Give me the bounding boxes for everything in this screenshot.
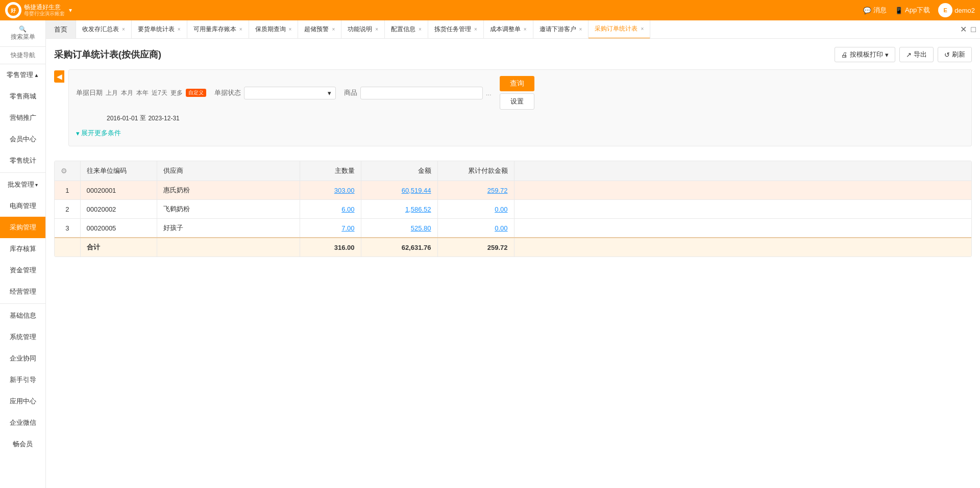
date-shortcut-more[interactable]: 更多 — [170, 89, 183, 97]
sidebar-item-new-guide[interactable]: 新手引导 — [0, 369, 45, 391]
sidebar-item-wholesale-mgmt[interactable]: 批发管理 ▾ — [0, 174, 45, 195]
filter-area: 单据日期 上月 本月 本年 近7天 更多 自定义 — [68, 69, 972, 153]
paid-link-2[interactable]: 0.00 — [495, 224, 507, 232]
tab-overstock-warning[interactable]: 超储预警 × — [298, 20, 341, 39]
expand-conditions-button[interactable]: ▾ 展开更多条件 — [76, 129, 964, 138]
tab-invite-downstream[interactable]: 邀请下游客户 × — [533, 20, 589, 39]
sidebar-item-ops-mgmt[interactable]: 经营管理 — [0, 281, 45, 302]
tab-purchase-order-stats[interactable]: 采购订单统计表 × — [589, 20, 650, 39]
tab-close-purchase-stats[interactable]: × — [178, 27, 181, 32]
td-code-2: 00020005 — [80, 219, 157, 238]
th-paid: 累计付款金额 — [437, 161, 514, 181]
sidebar-item-enterprise[interactable]: 企业协同 — [0, 348, 45, 369]
table-footer-row: 合计 316.00 62,631.76 259.72 — [55, 238, 971, 256]
sidebar-item-retail-stats[interactable]: 零售统计 — [0, 150, 45, 171]
tab-restore-icon[interactable]: □ — [971, 25, 976, 34]
sidebar: 🔍 搜索菜单 快捷导航 零售管理 ▲ 零售商城 营销推广 会员中心 零售统计 批… — [0, 20, 46, 488]
tab-available-inventory[interactable]: 可用量库存账本 × — [187, 20, 249, 39]
sidebar-quick-nav[interactable]: 快捷导航 — [0, 47, 45, 64]
td-paid-1: 0.00 — [437, 200, 514, 219]
tab-task-mgmt[interactable]: 拣货任务管理 × — [428, 20, 484, 39]
goods-input[interactable] — [360, 87, 483, 99]
app-download-button[interactable]: 📱 App下载 — [895, 6, 930, 15]
data-table: ⚙ 往来单位编码 供应商 主数量 金额 累计付款金额 — [55, 161, 971, 256]
th-extra — [514, 161, 971, 181]
date-shortcut-this-month[interactable]: 本月 — [121, 89, 133, 97]
tab-close-all-icon[interactable]: ✕ — [960, 24, 967, 34]
tab-close-cost-adjust[interactable]: × — [524, 27, 527, 32]
qty-link-2[interactable]: 7.00 — [341, 224, 354, 232]
td-seq-2: 3 — [55, 219, 80, 238]
tab-close-purchase-order-stats[interactable]: × — [641, 26, 644, 32]
search-button[interactable]: 查询 — [500, 76, 534, 91]
logo-icon: 好 — [5, 2, 21, 18]
tab-cost-adjust[interactable]: 成本调整单 × — [484, 20, 533, 39]
tab-purchase-stats[interactable]: 要货单统计表 × — [132, 20, 187, 39]
workspace-label: 母婴行业演示账套 — [24, 11, 65, 17]
filter-wrapper: ◀ 单据日期 上月 本月 本年 近7天 — [54, 69, 972, 153]
sidebar-item-enterprise-wechat[interactable]: 企业微信 — [0, 412, 45, 433]
download-icon: 📱 — [895, 7, 903, 14]
settings-icon[interactable]: ⚙ — [61, 167, 67, 175]
tab-close-collect-summary[interactable]: × — [122, 27, 125, 32]
status-select[interactable]: ▾ — [244, 87, 336, 99]
date-shortcut-this-year[interactable]: 本年 — [136, 89, 149, 97]
sidebar-item-finance[interactable]: 资金管理 — [0, 260, 45, 281]
sidebar-item-inventory[interactable]: 库存核算 — [0, 238, 45, 260]
custom-badge: 自定义 — [186, 89, 206, 97]
page-inner: 采购订单统计表(按供应商) 🖨 按模板打印 ▾ ↗ 导出 ↺ — [46, 39, 980, 488]
tab-close-overstock-warning[interactable]: × — [332, 27, 335, 32]
user-area[interactable]: E demo2 — [938, 3, 975, 17]
tab-close-available-inventory[interactable]: × — [239, 27, 242, 32]
tab-close-config-info[interactable]: × — [419, 27, 422, 32]
date-shortcut-7days[interactable]: 近7天 — [152, 89, 167, 97]
tab-home[interactable]: 首页 — [46, 20, 76, 39]
tf-label: 合计 — [80, 238, 157, 256]
chevron-down-icon-print: ▾ — [885, 51, 889, 59]
amount-link-2[interactable]: 525.80 — [411, 224, 431, 232]
td-qty-0: 303.00 — [300, 181, 361, 200]
sidebar-item-system-mgmt[interactable]: 系统管理 — [0, 326, 45, 348]
table-row: 2 00020002 飞鹤奶粉 6.00 1,586.52 0.00 — [55, 200, 971, 219]
message-button[interactable]: 💬 消息 — [863, 6, 887, 15]
qty-link-0[interactable]: 303.00 — [334, 187, 355, 194]
tab-function-desc[interactable]: 功能说明 × — [341, 20, 385, 39]
sidebar-search[interactable]: 🔍 搜索菜单 — [0, 20, 45, 47]
page-actions: 🖨 按模板打印 ▾ ↗ 导出 ↺ 刷新 — [835, 47, 972, 62]
refresh-button[interactable]: ↺ 刷新 — [938, 47, 972, 62]
tab-config-info[interactable]: 配置信息 × — [385, 20, 428, 39]
tab-close-expiry-query[interactable]: × — [289, 27, 292, 32]
tab-close-function-desc[interactable]: × — [375, 27, 378, 32]
more-conditions: ▾ 展开更多条件 — [76, 126, 964, 140]
sidebar-item-retail-management[interactable]: 零售管理 ▲ — [0, 64, 45, 86]
goods-more-icon[interactable]: ... — [486, 89, 492, 97]
sidebar-item-marketing[interactable]: 营销推广 — [0, 107, 45, 129]
sidebar-item-member-center[interactable]: 会员中心 — [0, 129, 45, 150]
filter-row-1: 单据日期 上月 本月 本年 近7天 更多 自定义 — [76, 76, 964, 110]
td-qty-1: 6.00 — [300, 200, 361, 219]
sidebar-item-ecommerce[interactable]: 电商管理 — [0, 195, 45, 217]
amount-link-0[interactable]: 60,519.44 — [402, 187, 431, 194]
workspace-dropdown[interactable]: ▾ — [69, 7, 72, 14]
date-shortcut-last-month[interactable]: 上月 — [106, 89, 118, 97]
td-seq-1: 2 — [55, 200, 80, 219]
sidebar-item-member[interactable]: 畅会员 — [0, 433, 45, 455]
sidebar-item-basic-info[interactable]: 基础信息 — [0, 305, 45, 326]
paid-link-1[interactable]: 0.00 — [495, 206, 507, 213]
tf-supplier — [157, 238, 300, 256]
qty-link-1[interactable]: 6.00 — [341, 206, 354, 213]
tab-collect-summary[interactable]: 收发存汇总表 × — [76, 20, 132, 39]
paid-link-0[interactable]: 259.72 — [487, 187, 508, 194]
setting-button[interactable]: 设置 — [500, 93, 534, 110]
amount-link-1[interactable]: 1,586.52 — [405, 206, 431, 213]
sidebar-item-purchase-mgmt[interactable]: 采购管理 — [0, 217, 45, 238]
export-button[interactable]: ↗ 导出 — [899, 47, 934, 62]
tf-paid: 259.72 — [437, 238, 514, 256]
sidebar-item-retail-mall[interactable]: 零售商城 — [0, 86, 45, 107]
sidebar-item-app-center[interactable]: 应用中心 — [0, 391, 45, 412]
tab-expiry-query[interactable]: 保质期查询 × — [249, 20, 299, 39]
tab-close-invite-downstream[interactable]: × — [579, 27, 582, 32]
template-print-button[interactable]: 🖨 按模板打印 ▾ — [835, 47, 895, 62]
filter-toggle-button[interactable]: ◀ — [54, 70, 64, 83]
tab-close-task-mgmt[interactable]: × — [474, 27, 477, 32]
